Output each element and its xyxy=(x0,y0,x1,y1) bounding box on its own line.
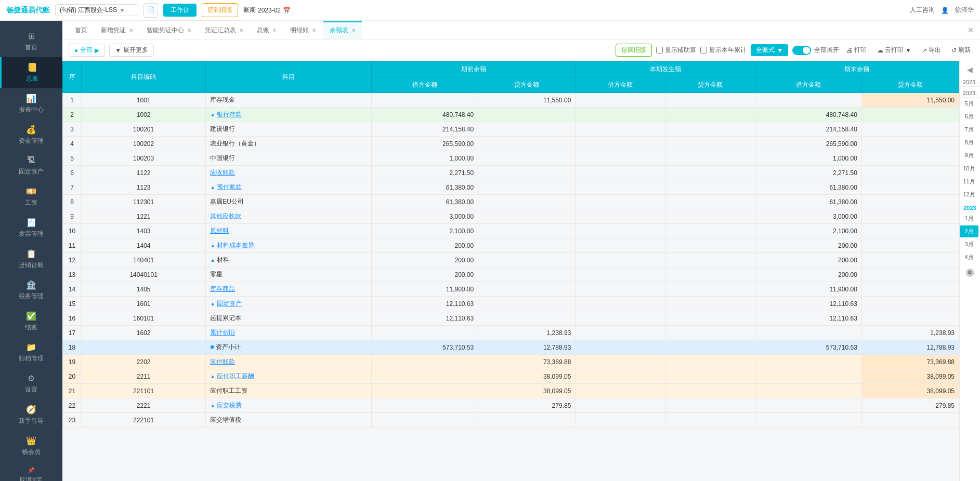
sidebar-item-tax[interactable]: 🏦 税务管理 xyxy=(0,275,62,306)
show-ytd-input[interactable] xyxy=(700,47,707,54)
cell-name[interactable]: 应收账款 xyxy=(206,166,372,180)
sidebar-item-settle[interactable]: ✅ 结账 xyxy=(0,306,62,337)
cloud-print-button[interactable]: ☁ 云打印 ▼ xyxy=(874,44,914,56)
cell-open-credit xyxy=(478,137,576,151)
cell-curr-credit xyxy=(665,209,755,224)
tab-detail[interactable]: 明细账 ✕ xyxy=(284,21,322,39)
tab-smart-close[interactable]: ✕ xyxy=(187,28,191,33)
print-button[interactable]: 🖨 打印 xyxy=(843,44,870,56)
tab-balance[interactable]: 余额表 ✕ xyxy=(323,21,362,39)
cell-name[interactable]: ▲ 应交税费 xyxy=(206,398,372,413)
cell-name[interactable]: ▲ 银行存款 xyxy=(206,108,372,122)
workbench-button[interactable]: 工作台 xyxy=(163,4,197,17)
return-old-button[interactable]: 退回旧版 xyxy=(616,44,652,57)
month-sep[interactable]: 9月 xyxy=(960,150,978,162)
expand-more-button[interactable]: ▼ 展开更多 xyxy=(109,44,154,57)
filter-radio-icon: ● xyxy=(74,47,78,54)
cell-name[interactable]: 原材料 xyxy=(206,224,372,238)
bookmark-icon[interactable]: 📄 xyxy=(143,3,158,18)
all-filter-button[interactable]: ● 全部 ▶ xyxy=(69,44,105,57)
month-apr[interactable]: 4月 xyxy=(960,251,978,263)
month-mar[interactable]: 3月 xyxy=(960,238,978,250)
tab-balance-close[interactable]: ✕ xyxy=(351,28,356,33)
tab-voucher-summary-close[interactable]: ✕ xyxy=(239,28,243,33)
cell-name[interactable]: ▲ 材料成本差异 xyxy=(206,238,372,253)
expand-icon[interactable]: ▲ xyxy=(210,184,217,190)
sidebar-item-salary[interactable]: 💴 工资 xyxy=(0,181,62,212)
switch-version-button[interactable]: 切到旧版 xyxy=(202,3,238,17)
cell-open-debit: 573,710.53 xyxy=(372,340,478,355)
cell-curr-debit xyxy=(576,355,665,369)
account-name: 建设银行 xyxy=(210,125,235,132)
cell-open-debit xyxy=(372,413,478,427)
month-jan[interactable]: 1月 xyxy=(960,212,978,224)
tab-smart-center[interactable]: 智能凭证中心 ✕ xyxy=(140,21,198,39)
sidebar-item-guide[interactable]: 🧭 新手引导 xyxy=(0,399,62,431)
month-jun[interactable]: 6月 xyxy=(960,111,978,123)
sidebar-item-fixed[interactable]: 🏗 固定资产 xyxy=(0,151,62,181)
tab-detail-close[interactable]: ✕ xyxy=(312,28,316,33)
cell-name[interactable]: 其他应收款 xyxy=(206,209,372,224)
month-jul[interactable]: 7月 xyxy=(960,124,978,136)
show-aux-checkbox[interactable]: 显示辅助算 xyxy=(656,46,696,55)
tab-ledger[interactable]: 总账 ✕ xyxy=(251,21,283,39)
tab-new-voucher[interactable]: 新增凭证 ✕ xyxy=(95,21,139,39)
toggle-switch-control[interactable] xyxy=(792,46,811,55)
tab-home[interactable]: 首页 xyxy=(69,21,94,39)
service-link[interactable]: 人工咨询 xyxy=(910,6,935,15)
panel-settings-icon[interactable]: ⚙ xyxy=(966,269,974,277)
expand-icon[interactable]: ▲ xyxy=(210,373,217,379)
month-oct[interactable]: 10月 xyxy=(960,163,978,175)
cell-close-credit xyxy=(861,151,959,166)
sidebar-item-archive[interactable]: 📁 归档管理 xyxy=(0,337,62,368)
account-name: 固定资产 xyxy=(217,300,242,307)
refresh-button[interactable]: ↺ 刷新 xyxy=(948,44,974,56)
sidebar-item-capital[interactable]: 💰 资金管理 xyxy=(0,119,62,151)
expand-icon[interactable]: ▲ xyxy=(210,257,217,263)
calendar-icon[interactable]: 📅 xyxy=(283,7,291,14)
month-feb[interactable]: 2月 xyxy=(960,225,978,237)
company-selector[interactable]: (勾销) 江西股企-LSS ▼ xyxy=(55,4,138,16)
cell-name[interactable]: ■ 资产小计 xyxy=(206,340,372,355)
month-dec[interactable]: 12月 xyxy=(960,189,978,201)
expand-icon[interactable]: ▲ xyxy=(210,243,217,248)
cell-name[interactable]: 应付账款 xyxy=(206,355,372,369)
export-button[interactable]: ↗ 导出 xyxy=(919,44,944,56)
expand-all-toggle[interactable]: 全部展开 xyxy=(792,46,839,55)
settings-circle[interactable]: ⚙ xyxy=(966,269,974,277)
sidebar-pin-button[interactable]: 📌 取消固定 xyxy=(0,462,62,481)
sidebar-item-purchase[interactable]: 📋 进销台账 xyxy=(0,244,62,275)
full-mode-button[interactable]: 全账式 ▼ xyxy=(751,44,788,56)
sidebar-item-report[interactable]: 📊 报表中心 xyxy=(0,88,62,119)
cell-curr-credit xyxy=(665,340,755,355)
sidebar-item-ledger[interactable]: 📒 总账 xyxy=(0,57,62,88)
cell-close-credit: 38,099.05 xyxy=(861,369,959,384)
sidebar-item-member[interactable]: 👑 畅会员 xyxy=(0,431,62,462)
tab-voucher-summary[interactable]: 凭证汇总表 ✕ xyxy=(199,21,250,39)
cell-name[interactable]: 库存商品 xyxy=(206,282,372,297)
sidebar-item-invoice[interactable]: 🧾 发票管理 xyxy=(0,212,62,244)
tab-new-voucher-close[interactable]: ✕ xyxy=(129,28,133,33)
show-aux-input[interactable] xyxy=(656,47,663,54)
cell-name[interactable]: 累计折旧 xyxy=(206,326,372,340)
close-all-tabs[interactable]: ✕ xyxy=(968,26,974,34)
cell-name[interactable]: ▲ 固定资产 xyxy=(206,297,372,311)
account-name: 零星 xyxy=(210,271,223,278)
panel-toggle-icon[interactable]: ◀ xyxy=(967,65,973,74)
month-aug[interactable]: 8月 xyxy=(960,137,978,149)
cell-name[interactable]: ▲ 预付账款 xyxy=(206,180,372,195)
expand-icon[interactable]: ▲ xyxy=(210,112,217,117)
tab-ledger-close[interactable]: ✕ xyxy=(272,28,277,33)
show-ytd-checkbox[interactable]: 显示本年累计 xyxy=(700,46,747,55)
expand-icon[interactable]: ▲ xyxy=(210,301,217,306)
month-nov[interactable]: 11月 xyxy=(960,176,978,188)
balance-table-container[interactable]: 序 科目编码 科目 期初余额 本期发生额 期末余额 借方金额 贷方金额 借方金额 xyxy=(62,61,959,481)
table-row: 23222101应交增值税 xyxy=(63,413,959,427)
refresh-icon: ↺ xyxy=(951,47,957,54)
sidebar-item-home[interactable]: ⊞ 首页 xyxy=(0,26,62,57)
sidebar-item-settings[interactable]: ⚙ 设置 xyxy=(0,368,62,399)
month-may[interactable]: 5月 xyxy=(960,98,978,110)
cell-name[interactable]: ▲ 应付职工薪酬 xyxy=(206,369,372,384)
expand-icon[interactable]: ▲ xyxy=(210,403,217,408)
account-name: 农业银行（黄金） xyxy=(210,140,260,147)
